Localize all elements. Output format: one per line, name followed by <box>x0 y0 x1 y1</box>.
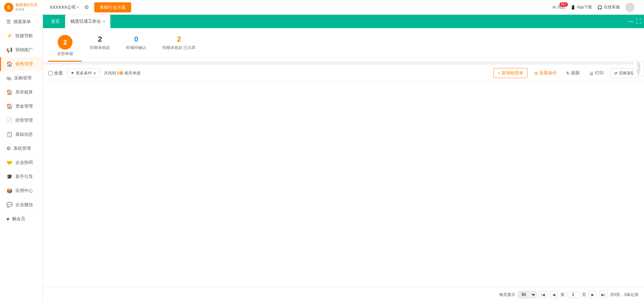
stat-num-shipped: 2 <box>177 35 181 44</box>
batch-label: 批量操作 <box>539 70 557 76</box>
sidebar-item-base-info[interactable]: 📋 基础信息 <box>0 127 43 141</box>
sidebar-item-app-center[interactable]: 📦 应用中心 <box>0 184 43 198</box>
select-all-label: 全选 <box>54 70 63 76</box>
service-icon: 🎧 <box>597 5 602 10</box>
found-text: 共找到 0条 相关单据 <box>104 70 141 76</box>
base-info-icon: 📋 <box>6 131 13 137</box>
last-page-button[interactable]: ▶| <box>599 291 607 299</box>
per-page-select[interactable]: 50 100 200 <box>518 291 536 298</box>
minimize-button[interactable]: — <box>628 18 633 24</box>
sidebar-item-label: 快捷导航 <box>15 33 33 39</box>
found-prefix: 共找到 <box>104 71 116 75</box>
logo-text-area: 畅捷通好生意 标准版 <box>15 3 38 11</box>
sidebar-item-guide[interactable]: 🎓 新手引导 <box>0 170 43 184</box>
wechat-icon: 💬 <box>6 202 13 208</box>
stat-label-pending: 旺铺待确认 <box>126 45 146 51</box>
app-download-label: App下载 <box>577 4 592 10</box>
sidebar-item-label: 企业协同 <box>15 160 33 166</box>
quick-nav-icon: ⚡ <box>6 33 13 39</box>
filter-icon: ▼ <box>70 71 74 75</box>
sidebar-item-vip[interactable]: ♥ 畅会员 <box>0 212 43 226</box>
tab-bar: 首页 钱货日清工作台 × — ⛶ <box>43 15 644 28</box>
first-page-button[interactable]: |◀ <box>539 291 547 299</box>
sidebar-item-label: 新手引导 <box>15 174 33 180</box>
sidebar-item-label: 畅会员 <box>12 216 25 222</box>
sidebar-item-sys-mgmt[interactable]: ⚙ 系统管理 <box>0 141 43 156</box>
sys-mgmt-icon: ⚙ <box>6 145 11 152</box>
stat-tab-all[interactable]: 2 全部单据 <box>48 32 82 62</box>
marketing-icon: 📢 <box>6 47 13 53</box>
stat-tab-shipped[interactable]: 2 到期未收款 已出库 <box>154 32 204 62</box>
toolbar: 全选 ▼ 更多条件 ∨ 共找到 0条 相关单据 + 新增销货单 ⊞ 批量操作 ↻ <box>43 65 644 82</box>
prev-page-button[interactable]: ◀ <box>550 291 558 299</box>
main-content: 首页 钱货日清工作台 × — ⛶ 2 全部单据 2 到期未收款 0 旺铺待确认 <box>43 15 644 302</box>
sidebar-item-finance[interactable]: 🏠 资金管理 <box>0 99 43 113</box>
print-icon: 🖨 <box>589 71 594 76</box>
online-service-action[interactable]: 🎧 在线客服 <box>597 4 620 10</box>
finance-icon: 🏠 <box>6 103 13 109</box>
toolbar-right: + 新增销货单 ⊞ 批量操作 ↻ 刷新 🖨 打印 ⇄ 切换新版 <box>493 68 639 78</box>
online-service-label: 在线客服 <box>604 4 620 10</box>
tab-active[interactable]: 钱货日清工作台 × <box>65 15 110 28</box>
tab-close-icon[interactable]: × <box>103 19 105 23</box>
sidebar-item-label: 企业微信 <box>15 202 33 208</box>
stat-label-all: 全部单据 <box>57 51 73 57</box>
batch-icon: ⊞ <box>534 71 538 76</box>
sidebar-item-sales[interactable]: 🏠 销售管理 <box>0 57 43 71</box>
sidebar-item-operations[interactable]: 📄 经营管理 <box>0 113 43 127</box>
select-all-checkbox[interactable]: 全选 <box>48 70 63 76</box>
top-header: 6 畅捷通好生意 标准版 XXXXXX公司 ▾ ⚙ 体验行业方案 ✉ 消息 99… <box>0 0 644 15</box>
sidebar-item-label: 库存核算 <box>15 89 33 95</box>
trial-button[interactable]: 体验行业方案 <box>94 2 131 12</box>
avatar[interactable] <box>625 3 635 12</box>
batch-action-button[interactable]: ⊞ 批量操作 <box>532 69 559 77</box>
sidebar-item-wechat[interactable]: 💬 企业微信 <box>0 198 43 212</box>
maximize-button[interactable]: ⛶ <box>636 18 641 24</box>
settings-icon[interactable]: ⚙ <box>82 2 92 12</box>
refresh-button[interactable]: ↻ 刷新 <box>564 69 583 77</box>
logo-area: 6 畅捷通好生意 标准版 <box>4 3 47 12</box>
filter-label: 更多条件 <box>76 70 92 76</box>
add-sale-button[interactable]: + 新增销货单 <box>493 68 528 78</box>
print-button[interactable]: 🖨 打印 <box>587 69 606 77</box>
sidebar-item-label: 经营管理 <box>15 117 33 123</box>
purchase-icon: 🛍 <box>6 75 11 81</box>
sidebar-item-label: 基础信息 <box>15 131 33 137</box>
sidebar: ☰ 搜索菜单 ⚡ 快捷导航 📢 营销推广 🏠 销售管理 🛍 采购管理 🏠 库存核… <box>0 15 43 302</box>
tab-active-label: 钱货日清工作台 <box>70 18 101 24</box>
tab-bar-actions: — ⛶ <box>628 18 641 24</box>
refresh-icon: ↻ <box>566 71 570 76</box>
sidebar-item-search-menu[interactable]: ☰ 搜索菜单 <box>0 15 43 29</box>
filter-button[interactable]: ▼ 更多条件 ∨ <box>67 69 100 78</box>
sidebar-item-label: 营销推广 <box>15 47 33 53</box>
sidebar-item-purchase[interactable]: 🛍 采购管理 <box>0 71 43 85</box>
pagination-bar: 每页显示 50 100 200 |◀ ◀ 第 页 ▶ ▶| 共0页，0条记录 <box>43 287 644 302</box>
message-action[interactable]: ✉ 消息 99+ <box>552 4 565 10</box>
logo-icon: 6 <box>4 3 13 12</box>
sidebar-item-label: 应用中心 <box>15 188 33 194</box>
stat-num-overdue: 2 <box>98 35 102 44</box>
sidebar-item-inventory[interactable]: 🏠 库存核算 <box>0 85 43 99</box>
page-label-end: 页 <box>582 292 586 298</box>
sidebar-item-quick-nav[interactable]: ⚡ 快捷导航 <box>0 29 43 43</box>
app-center-icon: 📦 <box>6 188 13 194</box>
header-right: ✉ 消息 99+ 📱 App下载 🎧 在线客服 <box>552 3 640 12</box>
select-all-input[interactable] <box>48 71 53 75</box>
stat-label-overdue: 到期未收款 <box>90 45 110 51</box>
stats-tabs: 2 全部单据 2 到期未收款 0 旺铺待确认 2 到期未收款 已出库 <box>43 28 644 62</box>
sidebar-item-enterprise[interactable]: 🤝 企业协同 <box>0 156 43 170</box>
switch-icon: ⇄ <box>614 71 618 75</box>
sidebar-item-label: 系统管理 <box>13 145 31 152</box>
app-download-icon: 📱 <box>571 5 576 10</box>
stat-tab-overdue[interactable]: 2 到期未收款 <box>82 32 118 62</box>
app-download-action[interactable]: 📱 App下载 <box>571 4 592 10</box>
next-page-button[interactable]: ▶ <box>589 291 597 299</box>
sidebar-item-marketing[interactable]: 📢 营销推广 <box>0 43 43 57</box>
guide-icon: 🎓 <box>6 174 13 180</box>
page-input[interactable] <box>567 291 579 298</box>
company-selector[interactable]: XXXXXX公司 ▾ <box>47 3 82 12</box>
tab-home[interactable]: 首页 <box>46 15 65 28</box>
stat-tab-pending[interactable]: 0 旺铺待确认 <box>118 32 154 62</box>
per-page-label: 每页显示 <box>499 292 515 298</box>
message-badge: 99+ <box>559 2 568 7</box>
